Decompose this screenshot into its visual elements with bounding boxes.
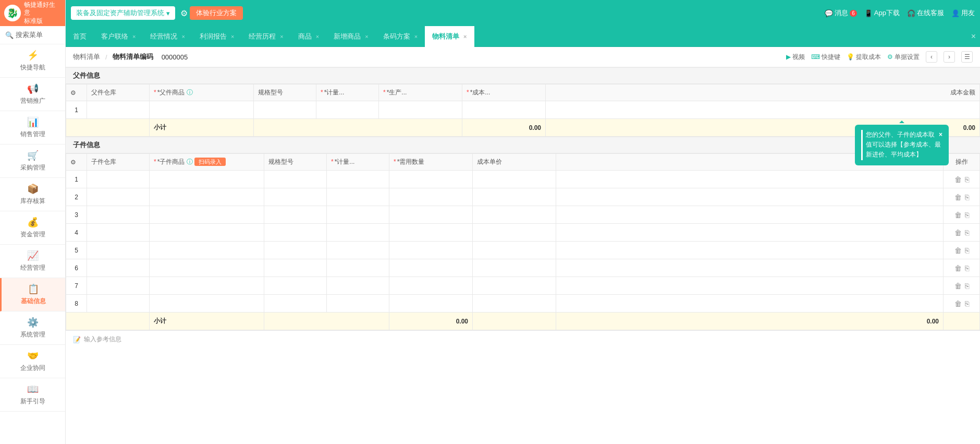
- child-row-6-spec[interactable]: [264, 259, 327, 277]
- tab-profit[interactable]: 利润报告 ×: [192, 26, 241, 47]
- tab-operations[interactable]: 经营情况 ×: [143, 26, 192, 47]
- child-row-3-qty[interactable]: [389, 206, 473, 224]
- child-row-3-amount[interactable]: [556, 206, 944, 224]
- child-row-6-goods[interactable]: [150, 259, 264, 277]
- child-row-3-warehouse[interactable]: [87, 206, 150, 224]
- child-row-3-unit-cost[interactable]: [473, 206, 556, 224]
- child-row-1-unit[interactable]: [327, 171, 389, 188]
- breadcrumb-item1[interactable]: 物料清单: [73, 52, 100, 62]
- tab-new-goods[interactable]: 新增商品 ×: [326, 26, 375, 47]
- child-row-6-unit-cost[interactable]: [473, 259, 556, 277]
- child-row-1-copy-btn[interactable]: ⎘: [965, 175, 969, 184]
- child-row-7-copy-btn[interactable]: ⎘: [965, 282, 969, 290]
- child-row-6-amount[interactable]: [556, 259, 944, 277]
- child-row-1-unit-cost[interactable]: [473, 171, 556, 188]
- child-row-5-spec[interactable]: [264, 242, 327, 259]
- child-row-2-delete-btn[interactable]: 🗑: [954, 193, 962, 201]
- child-row-3-goods[interactable]: [150, 206, 264, 224]
- child-row-4-unit-cost[interactable]: [473, 224, 556, 242]
- tab-customer-close[interactable]: ×: [132, 26, 136, 47]
- sidebar-item-operations[interactable]: 📈 经营管理: [0, 245, 65, 278]
- user-btn[interactable]: 👤 用友: [951, 8, 975, 18]
- sidebar-search[interactable]: 🔍 搜索菜单: [0, 26, 65, 44]
- child-row-8-delete-btn[interactable]: 🗑: [954, 299, 962, 308]
- child-row-3-copy-btn[interactable]: ⎘: [965, 211, 969, 219]
- child-row-3-unit[interactable]: [327, 206, 389, 224]
- child-row-8-amount[interactable]: [556, 295, 944, 313]
- child-row-6-qty[interactable]: [389, 259, 473, 277]
- child-row-8-qty[interactable]: [389, 295, 473, 313]
- tab-goods[interactable]: 商品 ×: [291, 26, 326, 47]
- child-row-2-copy-btn[interactable]: ⎘: [965, 193, 969, 201]
- child-row-3-delete-btn[interactable]: 🗑: [954, 211, 962, 219]
- child-row-5-copy-btn[interactable]: ⎘: [965, 246, 969, 255]
- child-row-1-warehouse[interactable]: [87, 171, 150, 188]
- sidebar-item-purchase[interactable]: 🛒 采购管理: [0, 145, 65, 178]
- child-row-4-unit[interactable]: [327, 224, 389, 242]
- child-row-7-qty[interactable]: [389, 277, 473, 295]
- experience-button[interactable]: 体验行业方案: [190, 6, 243, 20]
- tab-profit-close[interactable]: ×: [231, 26, 234, 47]
- child-row-5-unit-cost[interactable]: [473, 242, 556, 259]
- next-page-btn[interactable]: ›: [944, 51, 955, 63]
- child-row-4-qty[interactable]: [389, 224, 473, 242]
- child-row-8-unit[interactable]: [327, 295, 389, 313]
- child-row-2-warehouse[interactable]: [87, 188, 150, 206]
- settings-icon[interactable]: ⚙: [180, 8, 188, 18]
- parent-col-gear[interactable]: ⚙: [66, 85, 87, 101]
- list-view-btn[interactable]: ☰: [961, 51, 973, 63]
- child-row-2-unit-cost[interactable]: [473, 188, 556, 206]
- child-col-gear[interactable]: ⚙: [66, 154, 87, 171]
- tab-customer[interactable]: 客户联络 ×: [94, 26, 143, 47]
- tab-bom[interactable]: 物料清单 ×: [425, 26, 474, 47]
- child-row-2-unit[interactable]: [327, 188, 389, 206]
- child-row-7-goods[interactable]: [150, 277, 264, 295]
- cost-action[interactable]: 💡 提取成本: [847, 53, 881, 62]
- tab-home[interactable]: 首页: [66, 26, 94, 47]
- child-row-2-spec[interactable]: [264, 188, 327, 206]
- child-row-7-amount[interactable]: [556, 277, 944, 295]
- child-row-4-spec[interactable]: [264, 224, 327, 242]
- parent-row-1-unit[interactable]: [316, 101, 379, 119]
- child-row-6-delete-btn[interactable]: 🗑: [954, 264, 962, 272]
- child-row-5-qty[interactable]: [389, 242, 473, 259]
- tab-barcode-close[interactable]: ×: [414, 26, 418, 47]
- tab-goods-close[interactable]: ×: [316, 26, 319, 47]
- tab-barcode[interactable]: 条码方案 ×: [376, 26, 425, 47]
- sidebar-item-sales[interactable]: 📊 销售管理: [0, 111, 65, 145]
- parent-row-1-cost[interactable]: [462, 101, 546, 119]
- tab-history[interactable]: 经营历程 ×: [241, 26, 290, 47]
- child-row-4-goods[interactable]: [150, 224, 264, 242]
- settings-action[interactable]: ⚙ 单据设置: [887, 53, 920, 62]
- child-row-6-copy-btn[interactable]: ⎘: [965, 264, 969, 272]
- child-row-7-delete-btn[interactable]: 🗑: [954, 282, 962, 290]
- child-row-5-amount[interactable]: [556, 242, 944, 259]
- shortcut-action[interactable]: ⌨ 快捷键: [811, 53, 840, 62]
- child-row-1-spec[interactable]: [264, 171, 327, 188]
- parent-row-1-warehouse[interactable]: [87, 101, 150, 119]
- parent-row-1-goods[interactable]: [150, 101, 254, 119]
- child-row-1-goods[interactable]: [150, 171, 264, 188]
- tab-history-close[interactable]: ×: [280, 26, 283, 47]
- child-row-8-spec[interactable]: [264, 295, 327, 313]
- sidebar-item-base-info[interactable]: 📋 基础信息: [0, 278, 65, 311]
- system-selector[interactable]: 装备及固定资产辅助管理系统 ▾: [71, 6, 175, 20]
- child-row-1-amount[interactable]: [556, 171, 944, 188]
- child-row-4-warehouse[interactable]: [87, 224, 150, 242]
- sidebar-item-guide[interactable]: 📖 新手引导: [0, 378, 65, 412]
- child-row-4-delete-btn[interactable]: 🗑: [954, 229, 962, 237]
- sidebar-item-quick-nav[interactable]: ⚡ 快捷导航: [0, 44, 65, 78]
- view-action[interactable]: ▶ 视频: [786, 53, 805, 62]
- child-row-3-spec[interactable]: [264, 206, 327, 224]
- tab-operations-close[interactable]: ×: [181, 26, 185, 47]
- online-service-btn[interactable]: 🎧 在线客服: [907, 8, 944, 18]
- parent-row-1-prod[interactable]: [379, 101, 462, 119]
- child-row-5-goods[interactable]: [150, 242, 264, 259]
- child-row-2-amount[interactable]: [556, 188, 944, 206]
- app-download-btn[interactable]: 📱 App下载: [864, 8, 900, 18]
- child-row-5-warehouse[interactable]: [87, 242, 150, 259]
- sidebar-item-marketing[interactable]: 📢 营销推广: [0, 78, 65, 111]
- child-row-7-unit-cost[interactable]: [473, 277, 556, 295]
- sidebar-item-finance[interactable]: 💰 资金管理: [0, 211, 65, 245]
- child-row-5-delete-btn[interactable]: 🗑: [954, 246, 962, 255]
